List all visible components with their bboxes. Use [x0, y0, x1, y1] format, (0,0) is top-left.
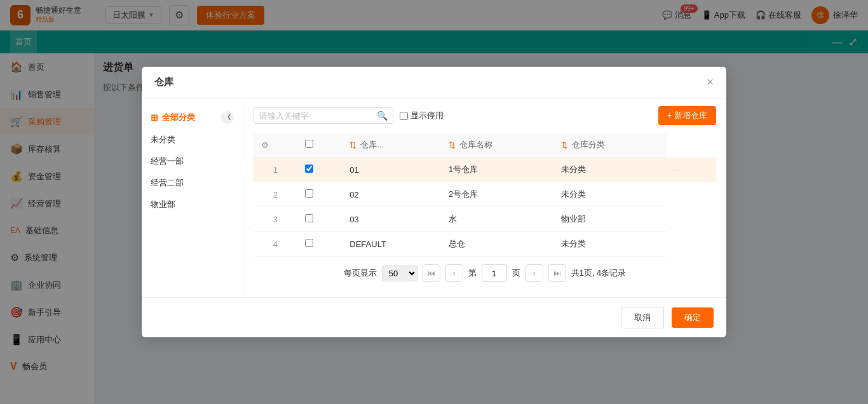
row-code-cell: 01: [342, 158, 441, 182]
row-checkbox-cell[interactable]: [297, 232, 342, 257]
col-gear: ⚙: [254, 133, 297, 158]
page-label: 第: [468, 267, 477, 279]
category-item-uncategorized[interactable]: 未分类: [142, 129, 243, 151]
row-num-cell: 2: [254, 182, 297, 207]
category-item-dept2[interactable]: 经营二部: [142, 172, 243, 194]
confirm-button[interactable]: 确定: [672, 307, 714, 328]
row-checkbox[interactable]: [305, 214, 313, 222]
total-info: 共1页, 4条记录: [571, 267, 627, 279]
col-category: ⇅ 仓库分类: [553, 133, 667, 158]
page-input[interactable]: [482, 264, 507, 282]
sort-icon: ⇅: [449, 140, 456, 150]
col-name-label: 仓库名称: [459, 139, 492, 151]
table-row[interactable]: 3 03 水 物业部: [254, 207, 716, 232]
show-disabled-label: 显示停用: [410, 110, 444, 121]
pagination: 每页显示 50 20 100 ⏮ ‹ 第 页 › ⏭ 共1页, 4条记录: [254, 257, 716, 290]
warehouse-table: ⚙ ⇅ 仓库... ⇅ 仓库名称: [254, 133, 716, 257]
row-checkbox[interactable]: [305, 189, 313, 198]
table-row[interactable]: 1 01 1号仓库 未分类 ···: [254, 158, 716, 182]
col-code: ⇅ 仓库...: [342, 133, 441, 158]
col-name: ⇅ 仓库名称: [441, 133, 554, 158]
col-checkbox: [297, 133, 342, 158]
cancel-button[interactable]: 取消: [621, 307, 664, 328]
modal-body: ⊞ 全部分类 《 未分类 经营一部 经营二部 物业部 🔍: [142, 98, 726, 297]
show-disabled-input[interactable]: [400, 112, 408, 120]
all-category-item[interactable]: ⊞ 全部分类 《: [142, 106, 243, 129]
category-label: 经营二部: [151, 178, 184, 187]
per-page-select[interactable]: 50 20 100: [382, 266, 417, 281]
category-label: 物业部: [151, 199, 175, 209]
row-code-cell: 02: [342, 182, 441, 207]
select-all-checkbox[interactable]: [305, 140, 313, 148]
per-page-label: 每页显示: [344, 267, 377, 279]
table-container: ⚙ ⇅ 仓库... ⇅ 仓库名称: [254, 133, 716, 257]
modal-header: 仓库 ×: [142, 67, 726, 98]
search-input-wrap: 🔍: [254, 107, 393, 124]
row-category-cell: 物业部: [553, 207, 667, 232]
row-category-cell: 未分类: [553, 158, 667, 182]
modal-footer: 取消 确定: [142, 297, 726, 337]
row-checkbox[interactable]: [305, 239, 313, 247]
row-ellipsis[interactable]: ···: [667, 158, 716, 182]
row-checkbox-cell[interactable]: [297, 158, 342, 182]
col-code-label: 仓库...: [360, 139, 384, 151]
modal-toolbar: 🔍 显示停用 + 新增仓库: [254, 106, 716, 125]
search-icon[interactable]: 🔍: [377, 111, 388, 121]
modal-close-button[interactable]: ×: [707, 76, 714, 89]
category-label: 未分类: [151, 135, 175, 144]
all-category-label: 全部分类: [162, 112, 195, 123]
row-checkbox-cell[interactable]: [297, 207, 342, 232]
show-disabled-checkbox[interactable]: 显示停用: [400, 110, 444, 121]
modal-title: 仓库: [154, 76, 173, 88]
row-code-cell: DEFAULT: [342, 232, 441, 257]
category-item-dept1[interactable]: 经营一部: [142, 151, 243, 172]
add-warehouse-button[interactable]: + 新增仓库: [658, 106, 716, 125]
modal-sidebar: ⊞ 全部分类 《 未分类 经营一部 经营二部 物业部: [142, 98, 243, 297]
row-checkbox[interactable]: [305, 165, 313, 173]
table-row[interactable]: 4 DEFAULT 总仓 未分类: [254, 232, 716, 257]
row-name-cell: 1号仓库: [441, 158, 554, 182]
page-suffix: 页: [512, 267, 520, 279]
grid-icon: ⊞: [151, 112, 158, 123]
sort-icon: ⇅: [349, 140, 356, 150]
first-page-button[interactable]: ⏮: [423, 264, 440, 282]
warehouse-modal: 仓库 × ⊞ 全部分类 《 未分类 经营一部 经营二部 物业部: [142, 67, 726, 337]
category-label: 经营一部: [151, 156, 184, 166]
category-item-property[interactable]: 物业部: [142, 194, 243, 215]
row-name-cell: 总仓: [441, 232, 554, 257]
sort-icon: ⇅: [561, 140, 568, 150]
next-page-button[interactable]: ›: [526, 264, 543, 282]
modal-main: 🔍 显示停用 + 新增仓库 ⚙: [243, 98, 726, 297]
last-page-button[interactable]: ⏭: [548, 264, 566, 282]
row-checkbox-cell[interactable]: [297, 182, 342, 207]
row-category-cell: 未分类: [553, 232, 667, 257]
prev-page-button[interactable]: ‹: [445, 264, 463, 282]
row-num-cell: 3: [254, 207, 297, 232]
row-name-cell: 水: [441, 207, 554, 232]
col-category-label: 仓库分类: [572, 139, 605, 151]
row-num-cell: 1: [254, 158, 297, 182]
row-code-cell: 03: [342, 207, 441, 232]
collapse-button[interactable]: 《: [221, 111, 234, 124]
row-name-cell: 2号仓库: [441, 182, 554, 207]
table-row[interactable]: 2 02 2号仓库 未分类: [254, 182, 716, 207]
row-num-cell: 4: [254, 232, 297, 257]
row-category-cell: 未分类: [553, 182, 667, 207]
search-input[interactable]: [259, 111, 377, 121]
